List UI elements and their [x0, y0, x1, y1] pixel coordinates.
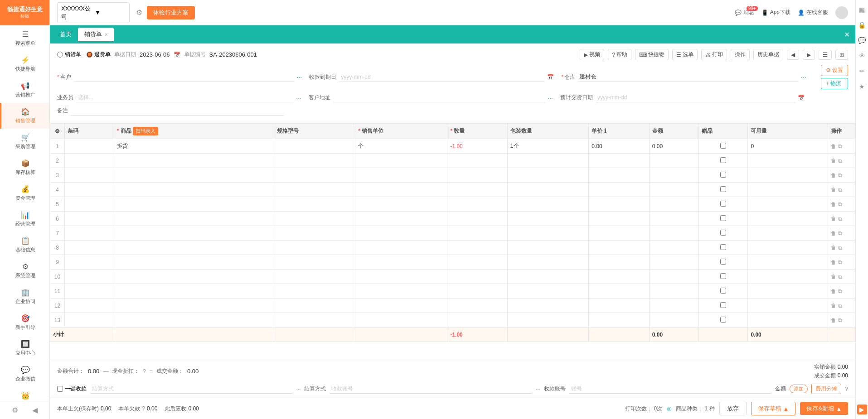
help-btn[interactable]: ? 帮助	[608, 49, 631, 60]
warehouse-input[interactable]	[578, 72, 798, 82]
delete-row-icon[interactable]: 🗑	[831, 303, 836, 309]
copy-row-icon[interactable]: ⧉	[838, 288, 842, 294]
expense-help-icon[interactable]: ?	[845, 386, 848, 392]
copy-row-icon[interactable]: ⧉	[838, 259, 842, 265]
row-spec[interactable]	[274, 139, 355, 154]
account-dots[interactable]: ···	[536, 386, 540, 392]
col-settings[interactable]: ⚙	[50, 124, 65, 139]
radio-return-input[interactable]	[87, 52, 92, 58]
copy-row-icon[interactable]: ⧉	[838, 172, 842, 178]
copy-row-icon[interactable]: ⧉	[838, 216, 842, 222]
payment-calendar-icon[interactable]: 📅	[547, 74, 554, 80]
copy-row-icon[interactable]: ⧉	[838, 303, 842, 309]
row-unit[interactable]: 个	[355, 139, 447, 154]
quick-pay-checkbox[interactable]	[57, 386, 63, 392]
history-btn[interactable]: 历史单据	[753, 49, 783, 60]
add-btn[interactable]: 添加	[790, 385, 808, 393]
rp-eye-icon[interactable]: 👁	[857, 51, 867, 61]
discount-help-icon[interactable]: ?	[143, 368, 146, 375]
sidebar-item-operations[interactable]: 📊 经营管理	[0, 206, 49, 232]
expected-date-input[interactable]	[596, 93, 795, 102]
customer-input[interactable]	[74, 72, 294, 82]
user-avatar[interactable]	[835, 6, 848, 19]
list-view-btn[interactable]: ☰	[819, 50, 832, 60]
dropdown-arrow-icon[interactable]: ▲	[783, 405, 789, 412]
radio-sales-input[interactable]	[57, 52, 63, 58]
sidebar-item-enterprise[interactable]: 🏢 企业协同	[0, 284, 49, 309]
grid-view-btn[interactable]: ⊞	[835, 50, 848, 60]
next-btn[interactable]: ▶	[803, 50, 815, 60]
row-product[interactable]: 拆货	[114, 139, 274, 154]
delete-row-icon[interactable]: 🗑	[831, 172, 836, 178]
save-new-button[interactable]: 保存&新增 ▲	[800, 402, 848, 415]
copy-row-icon[interactable]: ⧉	[838, 245, 842, 251]
sidebar-item-basic[interactable]: 📋 基础信息	[0, 232, 49, 258]
copy-row-icon[interactable]: ⧉	[838, 201, 842, 207]
dropdown-arrow-icon[interactable]: ▲	[836, 405, 842, 412]
copy-row-icon[interactable]: ⧉	[838, 187, 842, 193]
sidebar-item-capital[interactable]: 💰 资金管理	[0, 180, 49, 206]
sidebar-item-system[interactable]: ⚙ 系统管理	[0, 258, 49, 284]
row-unit-price[interactable]: 0.00	[589, 139, 649, 154]
customer-dots[interactable]: ···	[297, 73, 302, 81]
expected-calendar-icon[interactable]: 📅	[798, 95, 805, 101]
company-select[interactable]: XXXXXX公司 ▼	[57, 2, 130, 23]
row-pack-qty[interactable]: 1个	[507, 139, 588, 154]
tab-home[interactable]: 首页	[53, 28, 78, 41]
delete-row-icon[interactable]: 🗑	[831, 187, 836, 193]
delete-row-icon[interactable]: 🗑	[831, 143, 836, 149]
calc-method-dots[interactable]: ···	[296, 386, 301, 392]
sidebar-item-member[interactable]: 👑 畅会员	[0, 387, 49, 401]
collapse-icon[interactable]: ◀	[32, 406, 38, 414]
prev-btn[interactable]: ◀	[787, 50, 799, 60]
sidebar-item-quicknav[interactable]: ⚡ 快捷导航	[0, 51, 49, 77]
calendar-icon[interactable]: 📅	[174, 52, 180, 58]
abandon-button[interactable]: 放弃	[719, 402, 747, 415]
delete-row-icon[interactable]: 🗑	[831, 317, 836, 323]
delete-row-icon[interactable]: 🗑	[831, 158, 836, 164]
sidebar-item-search[interactable]: ☰ 搜索菜单	[0, 25, 49, 51]
delete-row-icon[interactable]: 🗑	[831, 245, 836, 251]
expense-btn[interactable]: 费用分摊	[811, 384, 841, 394]
radio-return[interactable]: 退货单	[87, 51, 111, 58]
payment-date-input[interactable]	[339, 72, 544, 82]
row-gift[interactable]	[698, 139, 748, 154]
delete-row-icon[interactable]: 🗑	[831, 216, 836, 222]
sidebar-item-apps[interactable]: 🔲 应用中心	[0, 335, 49, 361]
copy-row-icon[interactable]: ⧉	[838, 274, 842, 280]
customer-addr-dots[interactable]: ···	[548, 94, 553, 101]
account-input[interactable]	[330, 384, 532, 394]
copy-row-icon[interactable]: ⧉	[838, 317, 842, 323]
rp-comment-icon[interactable]: 💬	[857, 35, 867, 45]
sidebar-item-inventory[interactable]: 📦 库存核算	[0, 154, 49, 180]
row-quantity[interactable]: -1.00	[447, 139, 507, 154]
copy-row-icon[interactable]: ⧉	[838, 158, 842, 164]
close-all-icon[interactable]: ✕	[844, 30, 850, 39]
sidebar-item-purchase[interactable]: 🛒 采购管理	[0, 129, 49, 154]
account-num-input[interactable]	[569, 384, 771, 394]
tab-close-icon[interactable]: ×	[105, 32, 107, 37]
notes-input[interactable]	[71, 106, 284, 116]
copy-row-icon[interactable]: ⧉	[838, 230, 842, 236]
rp-grid-icon[interactable]: ▦	[857, 5, 867, 14]
delete-row-icon[interactable]: 🗑	[831, 259, 836, 265]
calc-method-input[interactable]	[90, 384, 292, 394]
sidebar-item-sales[interactable]: 🏠 销售管理	[0, 103, 49, 129]
message-btn[interactable]: 💬 消息 99+	[735, 9, 754, 16]
select-btn[interactable]: ☰ 选单	[672, 49, 698, 60]
row-amount[interactable]: 0.00	[649, 139, 698, 154]
sidebar-item-marketing[interactable]: 📢 营销推广	[0, 77, 49, 103]
delete-row-icon[interactable]: 🗑	[831, 274, 836, 280]
sidebar-item-guide[interactable]: 🎯 新手引导	[0, 309, 49, 335]
delete-row-icon[interactable]: 🗑	[831, 230, 836, 236]
scan-barcode-button[interactable]: 扫码录入	[133, 127, 158, 135]
online-service-btn[interactable]: 👤 在线客服	[798, 9, 828, 16]
salesperson-dots[interactable]: ···	[296, 94, 301, 101]
radio-sales[interactable]: 销货单	[57, 51, 81, 58]
save-draft-button[interactable]: 保存草稿 ▲	[751, 402, 796, 415]
logistics-btn[interactable]: + 物流	[821, 78, 848, 89]
row-barcode[interactable]	[65, 139, 114, 154]
rp-edit-icon[interactable]: ✏	[857, 66, 867, 76]
operations-btn[interactable]: 操作	[731, 49, 750, 60]
trial-button[interactable]: 体验行业方案	[147, 6, 195, 19]
